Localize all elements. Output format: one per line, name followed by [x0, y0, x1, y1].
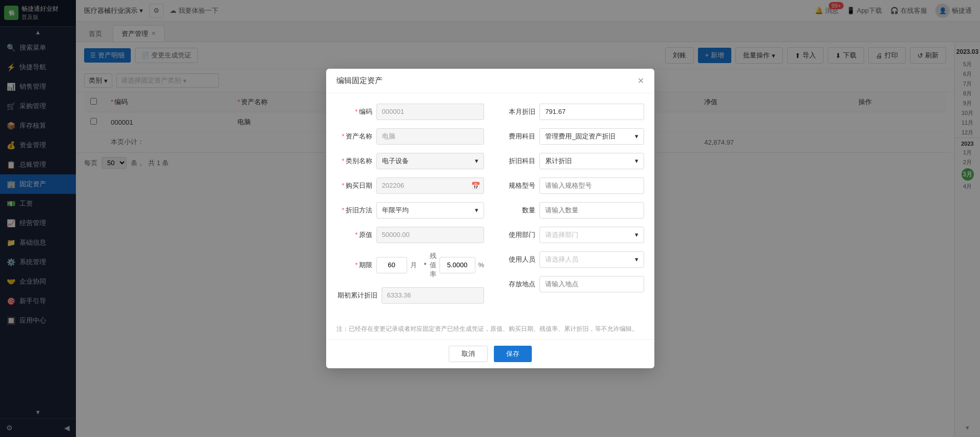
depreciation-account-chevron: ▾ — [635, 157, 638, 165]
form-group-location: 存放地点 — [499, 276, 644, 292]
initial-depreciation-label: 期初累计折旧 — [336, 291, 377, 300]
form-group-monthly-depreciation: 本月折旧 — [499, 104, 644, 120]
purchase-date-input — [376, 177, 485, 194]
depreciation-account-label: 折旧科目 — [499, 156, 535, 166]
form-group-code: *编码 — [336, 104, 485, 120]
form-group-depreciation-method: *折旧方法 年限平均 ▾ — [336, 202, 485, 218]
residual-rate-input — [439, 257, 475, 273]
cancel-button[interactable]: 取消 — [449, 346, 488, 362]
form-group-user: 使用人员 请选择人员 ▾ — [499, 251, 644, 268]
department-chevron: ▾ — [635, 231, 638, 239]
form-group-expense-account: 费用科目 管理费用_固定资产折旧 ▾ — [499, 128, 644, 145]
modal-left-col: *编码 *资产名称 *类别名称 电子设备 ▾ — [336, 104, 485, 312]
location-label: 存放地点 — [499, 280, 535, 289]
form-group-department: 使用部门 请选择部门 ▾ — [499, 227, 644, 243]
user-placeholder: 请选择人员 — [545, 255, 578, 264]
period-row: 月 * 残值率 % — [376, 251, 485, 279]
modal-right-col: 本月折旧 费用科目 管理费用_固定资产折旧 ▾ 折旧科目 累计折旧 — [499, 104, 644, 312]
category-name-select: 电子设备 ▾ — [376, 153, 485, 169]
depreciation-method-select[interactable]: 年限平均 ▾ — [376, 202, 485, 218]
depreciation-method-label: *折旧方法 — [336, 206, 372, 215]
category-name-chevron: ▾ — [475, 157, 478, 165]
month-unit: 月 — [410, 261, 417, 270]
category-name-value: 电子设备 — [382, 156, 409, 166]
original-value-input — [376, 227, 485, 243]
purchase-date-wrapper: 📅 — [376, 177, 485, 194]
depreciation-method-chevron: ▾ — [475, 206, 478, 214]
location-input[interactable] — [539, 276, 644, 292]
modal-close-button[interactable]: ✕ — [637, 76, 644, 86]
form-group-asset-name: *资产名称 — [336, 128, 485, 145]
residual-rate-req: * — [424, 261, 427, 269]
form-group-quantity: 数量 — [499, 202, 644, 218]
model-input[interactable] — [539, 177, 644, 194]
department-select[interactable]: 请选择部门 ▾ — [539, 227, 644, 243]
purchase-date-label: *购买日期 — [336, 181, 372, 190]
modal-title: 编辑固定资产 — [336, 76, 383, 86]
form-group-model: 规格型号 — [499, 177, 644, 194]
category-name-label: *类别名称 — [336, 156, 372, 166]
code-label: *编码 — [336, 107, 372, 116]
period-input — [376, 257, 407, 273]
modal-note: 注：已经存在变更记录或者对应固定资产已经生成凭证，原值、购买日期、残值率、累计折… — [326, 322, 654, 339]
form-group-original-value: *原值 — [336, 227, 485, 243]
residual-rate-label: 残值率 — [430, 251, 436, 279]
model-label: 规格型号 — [499, 181, 535, 190]
expense-account-value: 管理费用_固定资产折旧 — [545, 132, 615, 141]
depreciation-account-select[interactable]: 累计折旧 ▾ — [539, 153, 644, 169]
form-group-purchase-date: *购买日期 📅 — [336, 177, 485, 194]
quantity-label: 数量 — [499, 206, 535, 215]
user-label: 使用人员 — [499, 255, 535, 264]
modal-overlay: 编辑固定资产 ✕ *编码 *资产名称 *类别名称 — [0, 0, 980, 437]
initial-depreciation-input — [382, 287, 485, 304]
save-button[interactable]: 保存 — [494, 346, 532, 362]
period-label: *期限 — [336, 261, 372, 270]
form-group-category-name: *类别名称 电子设备 ▾ — [336, 153, 485, 169]
form-group-period: *期限 月 * 残值率 % — [336, 251, 485, 279]
user-chevron: ▾ — [635, 255, 638, 263]
monthly-depreciation-label: 本月折旧 — [499, 107, 535, 116]
percent-unit: % — [478, 261, 485, 269]
edit-asset-modal: 编辑固定资产 ✕ *编码 *资产名称 *类别名称 — [326, 69, 654, 368]
modal-footer: 取消 保存 — [326, 339, 654, 368]
original-value-label: *原值 — [336, 230, 372, 240]
user-select[interactable]: 请选择人员 ▾ — [539, 251, 644, 268]
form-group-depreciation-account: 折旧科目 累计折旧 ▾ — [499, 153, 644, 169]
department-placeholder: 请选择部门 — [545, 230, 578, 240]
monthly-depreciation-input[interactable] — [539, 104, 644, 120]
modal-header: 编辑固定资产 ✕ — [326, 69, 654, 93]
department-label: 使用部门 — [499, 230, 535, 240]
quantity-input[interactable] — [539, 202, 644, 218]
asset-name-input — [376, 128, 485, 145]
depreciation-account-value: 累计折旧 — [545, 156, 572, 166]
expense-account-label: 费用科目 — [499, 132, 535, 141]
asset-name-label: *资产名称 — [336, 132, 372, 141]
modal-body: *编码 *资产名称 *类别名称 电子设备 ▾ — [326, 93, 654, 322]
calendar-icon: 📅 — [471, 182, 480, 190]
expense-account-chevron: ▾ — [635, 132, 638, 140]
form-group-initial-depreciation: 期初累计折旧 — [336, 287, 485, 304]
code-input — [376, 104, 485, 120]
depreciation-method-value: 年限平均 — [382, 206, 409, 215]
expense-account-select[interactable]: 管理费用_固定资产折旧 ▾ — [539, 128, 644, 145]
